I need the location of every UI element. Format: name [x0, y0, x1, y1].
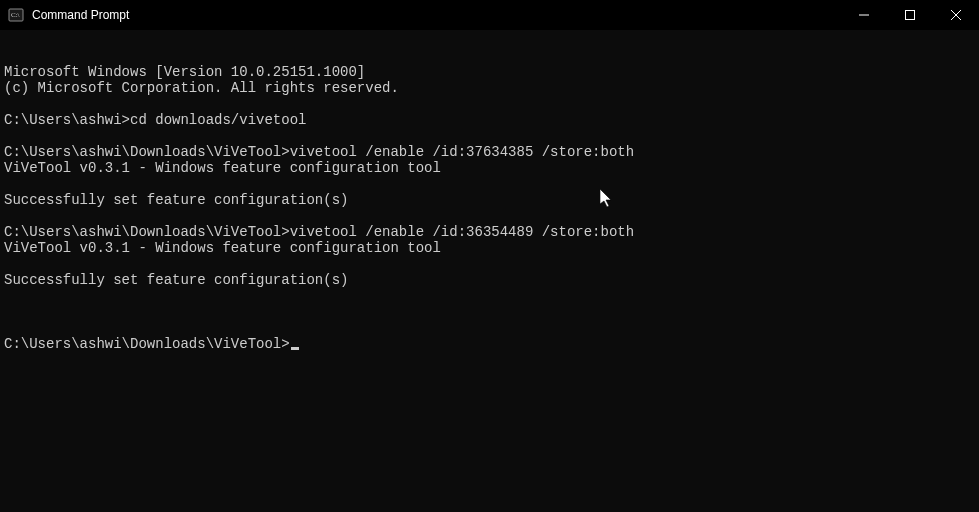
cmd-icon: C:\ — [8, 7, 24, 23]
close-icon — [951, 10, 961, 20]
terminal-line: C:\Users\ashwi\Downloads\ViVeTool>viveto… — [4, 144, 975, 160]
terminal-line — [4, 176, 975, 192]
maximize-icon — [905, 10, 915, 20]
terminal-line: ViVeTool v0.3.1 - Windows feature config… — [4, 160, 975, 176]
svg-text:C:\: C:\ — [11, 11, 20, 19]
window-title: Command Prompt — [32, 8, 841, 22]
terminal-line: Microsoft Windows [Version 10.0.25151.10… — [4, 64, 975, 80]
titlebar[interactable]: C:\ Command Prompt — [0, 0, 979, 30]
maximize-button[interactable] — [887, 0, 933, 30]
terminal-line — [4, 96, 975, 112]
command-prompt-window: C:\ Command Prompt Micr — [0, 0, 979, 512]
minimize-button[interactable] — [841, 0, 887, 30]
terminal-line — [4, 128, 975, 144]
terminal-line: ViVeTool v0.3.1 - Windows feature config… — [4, 240, 975, 256]
terminal-line: C:\Users\ashwi>cd downloads/vivetool — [4, 112, 975, 128]
terminal-content[interactable]: Microsoft Windows [Version 10.0.25151.10… — [0, 30, 979, 512]
terminal-line: Successfully set feature configuration(s… — [4, 272, 975, 288]
window-controls — [841, 0, 979, 30]
terminal-prompt: C:\Users\ashwi\Downloads\ViVeTool> — [4, 336, 290, 352]
terminal-line: Successfully set feature configuration(s… — [4, 192, 975, 208]
terminal-line: (c) Microsoft Corporation. All rights re… — [4, 80, 975, 96]
close-button[interactable] — [933, 0, 979, 30]
minimize-icon — [859, 10, 869, 20]
terminal-line — [4, 256, 975, 272]
terminal-line — [4, 288, 975, 304]
terminal-prompt-line: C:\Users\ashwi\Downloads\ViVeTool> — [4, 336, 975, 352]
terminal-cursor — [291, 347, 299, 350]
terminal-line: C:\Users\ashwi\Downloads\ViVeTool>viveto… — [4, 224, 975, 240]
svg-rect-3 — [906, 11, 915, 20]
terminal-line — [4, 208, 975, 224]
